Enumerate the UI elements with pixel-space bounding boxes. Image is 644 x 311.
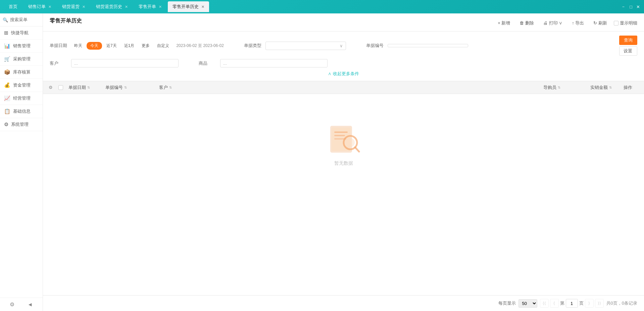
sidebar-item-operations[interactable]: 📈 经营管理: [0, 92, 43, 105]
filter-area: 单据日期 昨天 今天 近7天 近1月 更多 自定义 2023-06-02 至 2…: [43, 32, 644, 81]
sort-guide-icon: ⇅: [558, 86, 560, 89]
basic-info-icon: 📋: [4, 108, 10, 114]
svg-rect-2: [334, 132, 348, 133]
sidebar-item-sales-mgmt[interactable]: 📊 销售管理: [0, 40, 43, 53]
sales-icon: 📊: [4, 43, 10, 49]
finance-icon: 💰: [4, 82, 10, 88]
today-btn[interactable]: 今天: [87, 42, 102, 50]
more-conditions-toggle[interactable]: ∧ 收起更多条件: [50, 71, 637, 77]
close-tab-sales-order[interactable]: ✕: [48, 5, 51, 9]
close-tab-sales-return[interactable]: ✕: [82, 5, 85, 9]
top-bar: 首页 销售订单 ✕ 销货退货 ✕ 销货退货历史 ✕ 零售开单 ✕ 零售开单历史 …: [0, 0, 644, 13]
sidebar-item-quick-nav[interactable]: ⊞ 快捷导航: [0, 27, 43, 40]
per-page-select[interactable]: 50 10 20 100: [518, 299, 537, 308]
sidebar-collapse-icon[interactable]: ◄: [28, 302, 33, 308]
sidebar-item-basic-info[interactable]: 📋 基础信息: [0, 105, 43, 118]
sidebar-settings-icon[interactable]: ⚙: [10, 301, 14, 308]
operations-icon: 📈: [4, 95, 10, 101]
svg-line-7: [355, 147, 359, 152]
settings-filter-button[interactable]: 设置: [619, 46, 637, 56]
sidebar-item-finance[interactable]: 💰 资金管理: [0, 79, 43, 92]
sort-customer-icon: ⇅: [169, 86, 172, 89]
tab-sales-return-history[interactable]: 销货退货历史 ✕: [91, 1, 133, 12]
main-layout: 🔍 搜索采单 ⊞ 快捷导航 📊 销售管理 🛒 采购管理 📦 库存核算 💰 资金管…: [0, 13, 644, 311]
more-date-btn[interactable]: 更多: [139, 42, 153, 50]
minimize-button[interactable]: －: [621, 4, 626, 10]
sidebar: 🔍 搜索采单 ⊞ 快捷导航 📊 销售管理 🛒 采购管理 📦 库存核算 💰 资金管…: [0, 13, 43, 311]
page-total: 共0页，0条记录: [606, 300, 637, 306]
col-header-customer[interactable]: 客户 ⇅: [156, 85, 541, 91]
type-filter-select[interactable]: ∨: [265, 42, 346, 50]
tab-retail-history[interactable]: 零售开单历史 ✕: [168, 1, 209, 12]
goods-filter-input[interactable]: ...: [220, 59, 328, 67]
pagination: 每页显示 50 10 20 100 ⟨⟨ ⟨ 第 页 ⟩ ⟩⟩ 共0页，0条记录: [43, 295, 644, 311]
last-month-btn[interactable]: 近1月: [121, 42, 138, 50]
toolbar: + 新增 🗑 删除 🖨 打印 ∨ ↑ 导出 ↻ 刷新: [495, 19, 637, 28]
page-number-input[interactable]: [566, 299, 578, 308]
query-button[interactable]: 查询: [619, 36, 637, 45]
page-suffix: 页: [579, 300, 584, 306]
close-tab-retail-history[interactable]: ✕: [201, 5, 204, 9]
print-button[interactable]: 🖨 打印 ∨: [541, 19, 565, 28]
empty-state-icon: [324, 121, 364, 158]
add-button[interactable]: + 新增: [495, 19, 513, 28]
select-all-checkbox[interactable]: [56, 85, 66, 90]
per-page-label: 每页显示: [498, 300, 516, 306]
sidebar-bottom: ⚙ ◄: [0, 298, 43, 311]
col-header-date[interactable]: 单据日期 ⇅: [66, 85, 103, 91]
number-filter-label: 单据编号: [366, 43, 385, 49]
table-header: ⚙ 单据日期 ⇅ 单据编号 ⇅ 客户 ⇅ 导购员 ⇅: [43, 81, 644, 94]
number-filter-input[interactable]: [388, 44, 468, 47]
table-area: ⚙ 单据日期 ⇅ 单据编号 ⇅ 客户 ⇅ 导购员 ⇅: [43, 81, 644, 295]
quick-nav-icon: ⊞: [4, 30, 8, 36]
col-header-guide[interactable]: 导购员 ⇅: [541, 85, 574, 91]
next-page-btn[interactable]: ⟩: [585, 299, 594, 308]
last7-btn[interactable]: 近7天: [103, 42, 120, 50]
tab-sales-order[interactable]: 销售订单 ✕: [23, 1, 56, 12]
type-dropdown-arrow: ∨: [340, 43, 343, 48]
export-button[interactable]: ↑ 导出: [569, 19, 587, 28]
col-header-amount[interactable]: 实销金额 ⇅: [574, 85, 614, 91]
sort-date-icon: ⇅: [87, 86, 90, 89]
empty-text: 暂无数据: [334, 160, 353, 166]
delete-button[interactable]: 🗑 删除: [517, 19, 537, 28]
date-buttons: 昨天 今天 近7天 近1月 更多 自定义: [71, 42, 172, 50]
first-page-btn[interactable]: ⟨⟨: [540, 299, 549, 308]
tab-retail-open[interactable]: 零售开单 ✕: [134, 1, 166, 12]
sidebar-search[interactable]: 🔍 搜索采单: [0, 13, 43, 27]
search-icon: 🔍: [3, 17, 8, 22]
filter-row-2: 客户 ... 商品 ...: [50, 59, 637, 67]
goods-filter-label: 商品: [199, 60, 217, 66]
content-area: 零售开单历史 + 新增 🗑 删除 🖨 打印 ∨ ↑ 导出 ↻: [43, 13, 644, 311]
close-tab-retail-open[interactable]: ✕: [159, 5, 162, 9]
checkbox-show-detail[interactable]: [614, 21, 618, 25]
last-page-btn[interactable]: ⟩⟩: [595, 299, 604, 308]
date-filter-label: 单据日期: [50, 43, 68, 49]
sidebar-item-system-mgmt[interactable]: ⚙ 系统管理: [0, 118, 43, 131]
prev-page-btn[interactable]: ⟨: [550, 299, 559, 308]
sidebar-item-inventory[interactable]: 📦 库存核算: [0, 66, 43, 79]
show-detail-toggle[interactable]: 显示明细: [614, 20, 637, 26]
filter-row-1: 单据日期 昨天 今天 近7天 近1月 更多 自定义 2023-06-02 至 2…: [50, 36, 637, 56]
type-filter-label: 单据类型: [244, 43, 263, 49]
close-button[interactable]: ✕: [636, 4, 640, 9]
custom-date-btn[interactable]: 自定义: [154, 42, 172, 50]
sort-amount-icon: ⇅: [609, 86, 612, 89]
col-header-action: 操作: [614, 85, 641, 91]
tab-home[interactable]: 首页: [4, 1, 22, 12]
yesterday-btn[interactable]: 昨天: [71, 42, 85, 50]
svg-point-6: [346, 138, 355, 147]
window-controls: － □ ✕: [621, 4, 640, 10]
col-header-number[interactable]: 单据编号 ⇅: [103, 85, 156, 91]
sidebar-item-purchase-mgmt[interactable]: 🛒 采购管理: [0, 53, 43, 66]
tab-sales-return[interactable]: 销货退货 ✕: [57, 1, 90, 12]
svg-rect-3: [334, 135, 345, 136]
customer-filter-input[interactable]: ...: [71, 59, 179, 67]
close-tab-sales-return-history[interactable]: ✕: [125, 5, 128, 9]
page-label: 第: [560, 300, 564, 306]
page-title: 零售开单历史: [50, 17, 82, 24]
table-settings-icon[interactable]: ⚙: [46, 85, 56, 90]
maximize-button[interactable]: □: [630, 4, 632, 9]
refresh-button[interactable]: ↻ 刷新: [591, 19, 610, 28]
customer-filter-label: 客户: [50, 60, 68, 66]
